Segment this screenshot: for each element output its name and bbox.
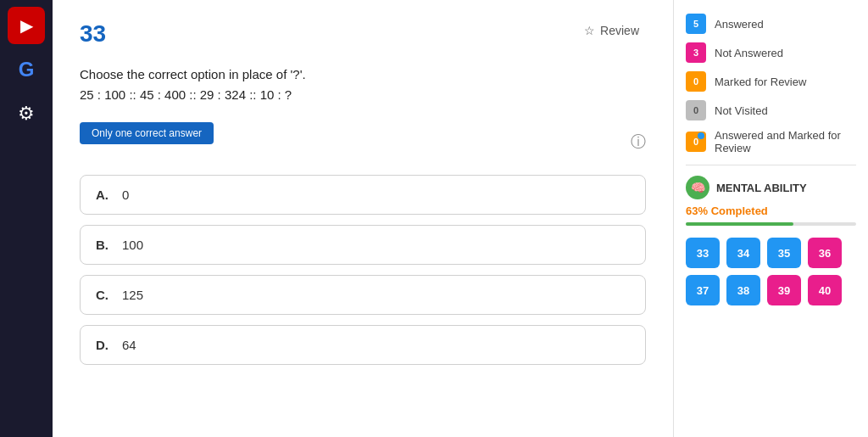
- question-text-1: Choose the correct option in place of '?…: [80, 64, 646, 105]
- legend-label-not-visited: Not Visited: [715, 104, 768, 117]
- q-btn-34[interactable]: 34: [726, 238, 760, 268]
- legend-label-not-answered: Not Answered: [715, 47, 783, 59]
- legend-label-answered: Answered: [715, 18, 764, 31]
- legend-not-visited: 0 Not Visited: [686, 100, 856, 120]
- legend-badge-answered-marked: 0: [686, 132, 706, 152]
- app-sidebar: ▶ G ⚙: [0, 0, 53, 437]
- option-d-label: D.: [96, 338, 108, 352]
- option-c-label: C.: [96, 288, 108, 302]
- q-btn-36[interactable]: 36: [808, 238, 842, 268]
- legend-marked: 0 Marked for Review: [686, 71, 856, 92]
- answer-badge-row: Only one correct answer ⓘ: [80, 122, 646, 161]
- progress-label: 63% Completed: [686, 204, 856, 217]
- option-b-label: B.: [96, 238, 108, 252]
- app-icon-play[interactable]: ▶: [8, 7, 45, 44]
- section-icon: 🧠: [686, 176, 709, 199]
- legend: 5 Answered 3 Not Answered 0 Marked for R…: [686, 14, 856, 154]
- option-c-value: 125: [122, 288, 143, 302]
- option-b[interactable]: B. 100: [80, 225, 646, 265]
- option-a-value: 0: [122, 188, 129, 202]
- question-number: 33: [80, 20, 106, 48]
- legend-not-answered: 3 Not Answered: [686, 42, 856, 63]
- q-btn-38[interactable]: 38: [726, 275, 760, 305]
- question-grid: 33 34 35 36 37 38 39 40: [686, 238, 856, 305]
- section-header: 🧠 MENTAL ABILITY: [686, 176, 856, 199]
- review-label: Review: [600, 24, 639, 37]
- progress-bar-fill: [686, 222, 793, 226]
- option-c[interactable]: C. 125: [80, 275, 646, 315]
- question-panel: 33 ☆ Review Choose the correct option in…: [53, 0, 673, 437]
- legend-badge-not-answered: 3: [686, 42, 706, 63]
- option-d[interactable]: D. 64: [80, 325, 646, 365]
- legend-badge-not-visited: 0: [686, 100, 706, 120]
- info-icon[interactable]: ⓘ: [631, 132, 646, 152]
- progress-bar-bg: [686, 222, 856, 226]
- q-btn-39[interactable]: 39: [767, 275, 801, 305]
- right-sidebar: 5 Answered 3 Not Answered 0 Marked for R…: [673, 0, 868, 437]
- option-b-value: 100: [122, 238, 143, 252]
- q-btn-33[interactable]: 33: [686, 238, 720, 268]
- options-list: A. 0 B. 100 C. 125 D. 64: [80, 175, 646, 365]
- question-header: 33 ☆ Review: [80, 20, 646, 51]
- review-button[interactable]: ☆ Review: [577, 20, 646, 41]
- divider-1: [686, 165, 856, 165]
- legend-label-marked: Marked for Review: [715, 76, 806, 88]
- legend-answered: 5 Answered: [686, 14, 856, 34]
- q-btn-35[interactable]: 35: [767, 238, 801, 268]
- section-name: MENTAL ABILITY: [716, 182, 807, 194]
- main-wrapper: 33 ☆ Review Choose the correct option in…: [53, 0, 868, 437]
- answer-type-badge: Only one correct answer: [80, 122, 214, 144]
- star-icon: ☆: [584, 24, 595, 37]
- legend-answered-marked: 0 Answered and Marked for Review: [686, 129, 856, 154]
- q-btn-40[interactable]: 40: [808, 275, 842, 305]
- option-a[interactable]: A. 0: [80, 175, 646, 215]
- option-a-label: A.: [96, 188, 108, 202]
- legend-badge-answered: 5: [686, 14, 706, 34]
- q-btn-37[interactable]: 37: [686, 275, 720, 305]
- option-d-value: 64: [122, 338, 136, 352]
- app-icon-google[interactable]: G: [8, 51, 45, 88]
- legend-label-answered-marked: Answered and Marked for Review: [715, 129, 856, 154]
- app-icon-settings[interactable]: ⚙: [8, 95, 45, 132]
- legend-badge-marked: 0: [686, 71, 706, 92]
